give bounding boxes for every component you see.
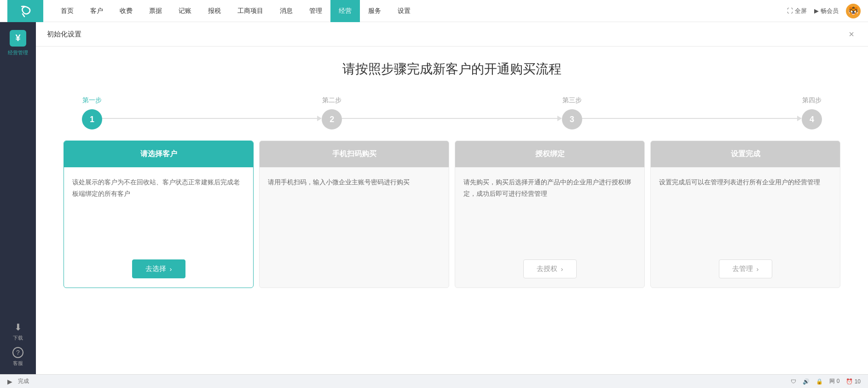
play-status-icon: ▶ <box>7 378 12 385</box>
top-navigation: 首页 客户 收费 票据 记账 报税 工商项目 消息 管理 经营 服务 设置 ⛶ … <box>0 0 868 22</box>
nav-right-area: ⛶ 全屏 ▶ 畅会员 🐯 <box>787 4 861 18</box>
step-node-1: 第一步 1 <box>82 96 102 129</box>
connector-line <box>582 118 797 119</box>
wizard-content: 请按照步骤完成新客户的开通购买流程 第一步 1 第二步 <box>36 47 868 374</box>
sidebar: ¥ 经营管理 ⬇ 下载 ? 客服 <box>0 22 36 374</box>
app-logo <box>7 0 43 22</box>
status-bar-right: 🛡 🔊 🔒 网 0 ⏰ 10 <box>791 377 861 385</box>
step-node-2: 第二步 2 <box>322 96 342 129</box>
sidebar-item-management[interactable]: ¥ 经营管理 <box>0 27 36 59</box>
card-footer-1: 去选择 › <box>64 252 253 288</box>
card-footer-3: 去授权 › <box>455 252 644 288</box>
cards-row: 请选择客户 该处展示的客户为不在回收站、客户状态正常建账后完成老板端绑定的所有客… <box>64 141 840 288</box>
step-card-4: 设置完成 设置完成后可以在管理列表进行所有企业用户的经营管理 去管理 › <box>650 141 840 288</box>
step-label-3: 第三步 <box>562 96 582 105</box>
card-footer-2 <box>260 271 449 288</box>
card-body-1: 该处展示的客户为不在回收站、客户状态正常建账后完成老板端绑定的所有客户 <box>64 167 253 252</box>
card-header-1: 请选择客户 <box>64 141 253 167</box>
connector-line <box>342 118 557 119</box>
lock-icon: 🔒 <box>816 378 823 385</box>
nav-billing[interactable]: 收费 <box>111 0 141 22</box>
step-label-1: 第一步 <box>82 96 102 105</box>
step-connector-1-2 <box>102 116 322 121</box>
card-body-3: 请先购买，购买后选择开通的产品中的企业用户进行授权绑定，成功后即可进行经营管理 <box>455 167 644 252</box>
connector-arrow <box>557 116 562 121</box>
step-card-1: 请选择客户 该处展示的客户为不在回收站、客户状态正常建账后完成老板端绑定的所有客… <box>64 141 254 288</box>
step-circle-1: 1 <box>82 109 102 129</box>
connector-line <box>102 118 317 119</box>
wizard-heading: 请按照步骤完成新客户的开通购买流程 <box>64 60 840 78</box>
card-header-4: 设置完成 <box>651 141 840 167</box>
card-body-2: 请用手机扫码，输入小微企业主账号密码进行购买 <box>260 167 449 271</box>
fullscreen-icon: ⛶ <box>787 7 793 14</box>
volume-icon: 🔊 <box>803 378 810 385</box>
yuan-icon: ¥ <box>10 30 26 47</box>
card-body-4: 设置完成后可以在管理列表进行所有企业用户的经营管理 <box>651 167 840 252</box>
nav-business[interactable]: 工商项目 <box>229 0 272 22</box>
download-icon: ⬇ <box>14 322 22 333</box>
nav-bookkeeping[interactable]: 记账 <box>170 0 200 22</box>
nav-menu: 首页 客户 收费 票据 记账 报税 工商项目 消息 管理 经营 服务 设置 <box>52 0 787 22</box>
step-connector-2-3 <box>342 116 561 121</box>
card-header-3: 授权绑定 <box>455 141 644 167</box>
step-connector-3-4 <box>582 116 802 121</box>
member-button[interactable]: ▶ 畅会员 <box>814 7 839 15</box>
network-icon: 网 0 <box>829 377 839 385</box>
chevron-right-icon: › <box>757 265 759 273</box>
nav-customer[interactable]: 客户 <box>82 0 111 22</box>
step-circle-4: 4 <box>802 109 822 129</box>
step-label-2: 第二步 <box>322 96 341 105</box>
card-header-2: 手机扫码购买 <box>260 141 449 167</box>
step3-action-button[interactable]: 去授权 › <box>523 259 577 278</box>
status-label: 完成 <box>18 377 29 385</box>
play-icon: ▶ <box>814 7 819 14</box>
step-label-4: 第四步 <box>802 96 822 105</box>
nav-message[interactable]: 消息 <box>272 0 301 22</box>
sidebar-support[interactable]: ? 客服 <box>0 344 36 370</box>
chevron-right-icon: › <box>561 265 563 273</box>
content-area: 初始化设置 × 请按照步骤完成新客户的开通购买流程 第一步 1 <box>36 22 868 374</box>
support-icon: ? <box>12 347 23 358</box>
nav-home[interactable]: 首页 <box>52 0 82 22</box>
steps-visual: 第一步 1 第二步 2 <box>64 96 840 129</box>
card-footer-4: 去管理 › <box>651 252 840 288</box>
time-icon: ⏰ 10 <box>846 378 861 385</box>
nav-service[interactable]: 服务 <box>360 0 389 22</box>
nav-settings[interactable]: 设置 <box>389 0 419 22</box>
step-card-3: 授权绑定 请先购买，购买后选择开通的产品中的企业用户进行授权绑定，成功后即可进行… <box>455 141 645 288</box>
page-title: 初始化设置 <box>47 30 81 39</box>
step4-action-button[interactable]: 去管理 › <box>719 259 772 278</box>
nav-invoice[interactable]: 票据 <box>141 0 170 22</box>
sidebar-download[interactable]: ⬇ 下载 <box>0 319 36 344</box>
chevron-right-icon: › <box>170 265 172 273</box>
status-bar: ▶ 完成 🛡 🔊 🔒 网 0 ⏰ 10 <box>0 374 868 388</box>
connector-arrow <box>317 116 322 121</box>
step1-action-button[interactable]: 去选择 › <box>132 259 185 278</box>
user-avatar[interactable]: 🐯 <box>846 4 861 18</box>
step-card-2: 手机扫码购买 请用手机扫码，输入小微企业主账号密码进行购买 <box>259 141 449 288</box>
main-layout: ¥ 经营管理 ⬇ 下载 ? 客服 初始化设置 × 请按照步骤完成新客户的开通购买… <box>0 22 868 374</box>
close-button[interactable]: × <box>846 29 857 40</box>
step-circle-3: 3 <box>562 109 582 129</box>
nav-tax[interactable]: 报税 <box>200 0 229 22</box>
shield-icon: 🛡 <box>791 378 796 385</box>
step-node-3: 第三步 3 <box>562 96 582 129</box>
connector-arrow <box>797 116 802 121</box>
nav-operation[interactable]: 经营 <box>330 0 360 22</box>
step-node-4: 第四步 4 <box>802 96 822 129</box>
nav-manage[interactable]: 管理 <box>301 0 330 22</box>
step-circle-2: 2 <box>322 109 342 129</box>
page-header: 初始化设置 × <box>36 22 868 47</box>
fullscreen-button[interactable]: ⛶ 全屏 <box>787 7 807 15</box>
